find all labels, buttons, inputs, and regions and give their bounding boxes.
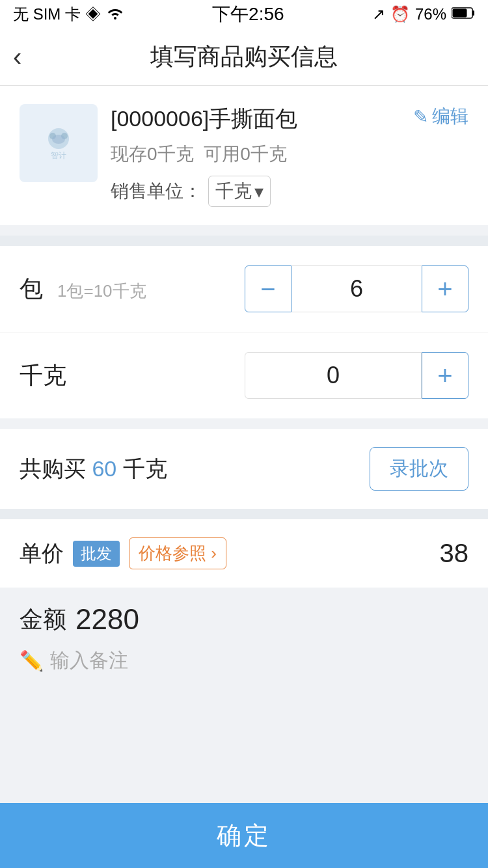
pack-hint: 1包=10千克 bbox=[57, 281, 146, 301]
sim-status: 无 SIM 卡 ◈ bbox=[13, 4, 101, 25]
pencil-icon: ✏️ bbox=[20, 649, 44, 672]
price-value: 38 bbox=[440, 539, 469, 568]
pack-increment-button[interactable]: + bbox=[422, 265, 468, 312]
kg-row: 千克 + bbox=[0, 332, 488, 418]
total-row: 共购买 60 千克 录批次 bbox=[0, 429, 488, 509]
pack-decrement-button[interactable]: − bbox=[245, 265, 291, 312]
product-card: 智计 [0000006]手撕面包 现存0千克 可用0千克 销售单位： 千克 ▾ … bbox=[0, 86, 488, 225]
nav-bar: ‹ 填写商品购买信息 bbox=[0, 29, 488, 86]
battery-icon bbox=[452, 5, 475, 23]
battery-level: 76% bbox=[415, 5, 446, 23]
separator-1 bbox=[0, 236, 488, 246]
amount-label: 金额 bbox=[20, 604, 66, 636]
price-section: 单价 批发 价格参照 › 38 bbox=[0, 519, 488, 588]
kg-stepper: + bbox=[245, 352, 468, 399]
kg-label: 千克 bbox=[20, 360, 245, 392]
separator-2 bbox=[0, 509, 488, 519]
confirm-bar[interactable]: 确定 bbox=[0, 803, 488, 868]
amount-section: 金额 2280 ✏️ 输入备注 bbox=[0, 588, 488, 687]
amount-row: 金额 2280 bbox=[20, 603, 468, 636]
product-unit: 销售单位： 千克 ▾ bbox=[111, 176, 468, 207]
price-label: 单价 bbox=[20, 539, 64, 569]
back-button[interactable]: ‹ bbox=[13, 42, 21, 72]
svg-rect-1 bbox=[472, 10, 474, 16]
pack-input[interactable] bbox=[291, 265, 422, 312]
total-label: 共购买 60 千克 bbox=[20, 454, 167, 484]
pack-label: 包 1包=10千克 bbox=[20, 273, 245, 305]
price-tag: 批发 bbox=[73, 541, 120, 567]
pack-row: 包 1包=10千克 − + bbox=[0, 246, 488, 332]
pack-stepper: − + bbox=[245, 265, 468, 312]
status-left: 无 SIM 卡 ◈ bbox=[13, 4, 124, 25]
status-time: 下午2:56 bbox=[212, 2, 284, 27]
amount-value: 2280 bbox=[75, 603, 139, 636]
alarm-icon: ⏰ bbox=[390, 5, 410, 23]
price-left: 单价 批发 价格参照 › bbox=[20, 537, 226, 569]
location-icon: ↗ bbox=[372, 5, 385, 23]
page-title: 填写商品购买信息 bbox=[150, 41, 338, 73]
svg-point-6 bbox=[52, 135, 65, 144]
wifi-icon bbox=[106, 5, 124, 23]
kg-increment-button[interactable]: + bbox=[422, 352, 468, 399]
product-image: 智计 bbox=[20, 104, 98, 182]
status-bar: 无 SIM 卡 ◈ 下午2:56 ↗ ⏰ 76% bbox=[0, 0, 488, 29]
batch-button[interactable]: 录批次 bbox=[370, 447, 468, 491]
product-stock: 现存0千克 可用0千克 bbox=[111, 142, 468, 167]
svg-rect-2 bbox=[453, 9, 467, 18]
unit-select[interactable]: 千克 ▾ bbox=[208, 176, 271, 207]
kg-input[interactable] bbox=[245, 352, 422, 399]
input-section: 包 1包=10千克 − + 千克 + bbox=[0, 246, 488, 418]
remark-row[interactable]: ✏️ 输入备注 bbox=[20, 647, 468, 674]
status-right: ↗ ⏰ 76% bbox=[372, 5, 475, 23]
confirm-label: 确定 bbox=[217, 819, 271, 852]
price-ref-button[interactable]: 价格参照 › bbox=[129, 537, 226, 569]
edit-button[interactable]: ✎编辑 bbox=[413, 104, 468, 129]
remark-placeholder: 输入备注 bbox=[50, 647, 128, 674]
svg-text:智计: 智计 bbox=[51, 151, 66, 160]
